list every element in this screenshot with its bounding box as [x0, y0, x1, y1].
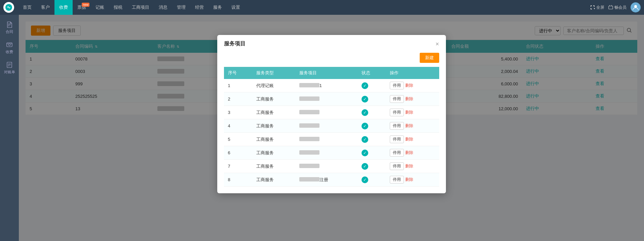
avatar[interactable]: [631, 2, 641, 12]
table-row: 5 工商服务 ✓ 停用删除: [224, 133, 439, 146]
stop-button[interactable]: 停用: [390, 109, 404, 116]
nav-service[interactable]: 服务: [209, 0, 227, 15]
delete-button[interactable]: 删除: [405, 163, 413, 169]
modal-cell-type: 工商服务: [252, 92, 295, 106]
status-check-icon: ✓: [362, 136, 368, 143]
modal-cell-item: [295, 160, 357, 173]
logo[interactable]: [3, 2, 14, 13]
nav-items: 首页 客户 收费 票据 new 记账 报税 工商项目 消息 管理 经营 服务 设…: [18, 0, 590, 15]
nav-economy[interactable]: 经营: [190, 0, 209, 15]
nav-settings[interactable]: 设置: [227, 0, 245, 15]
modal-toolbar: 新建: [217, 50, 446, 67]
nav-client[interactable]: 客户: [36, 0, 54, 15]
nav-business[interactable]: 工商项目: [127, 0, 154, 15]
modal-cell-seq: 3: [224, 106, 252, 119]
modal-cell-seq: 6: [224, 146, 252, 160]
stop-button[interactable]: 停用: [390, 95, 404, 103]
modal-col-status: 状态: [357, 67, 386, 79]
sidebar-item-statement[interactable]: 对账单: [1, 58, 18, 77]
modal-cell-seq: 8: [224, 173, 252, 187]
nav-home[interactable]: 首页: [18, 0, 36, 15]
nav-ticket[interactable]: 票据 new: [73, 0, 91, 15]
modal-cell-item: [295, 119, 357, 133]
stop-button[interactable]: 停用: [390, 176, 404, 184]
nav-tax[interactable]: 报税: [109, 0, 127, 15]
modal-cell-status: ✓: [357, 173, 386, 187]
svg-rect-6: [7, 43, 12, 47]
delete-button[interactable]: 删除: [405, 96, 413, 102]
status-check-icon: ✓: [362, 163, 368, 170]
modal-new-button[interactable]: 新建: [420, 53, 439, 63]
table-row: 4 工商服务 ✓ 停用删除: [224, 119, 439, 133]
modal-cell-item: 1: [295, 79, 357, 92]
statement-icon: [6, 61, 13, 69]
modal-cell-type: 工商服务: [252, 119, 295, 133]
stop-button[interactable]: 停用: [390, 122, 404, 130]
nav-manage[interactable]: 管理: [172, 0, 190, 15]
svg-point-2: [634, 5, 637, 8]
modal-col-type: 服务类型: [252, 67, 295, 79]
svg-point-7: [8, 44, 10, 46]
sidebar-item-contract[interactable]: 合同: [1, 18, 18, 37]
stop-button[interactable]: 停用: [390, 82, 404, 89]
sidebar-item-fee[interactable]: 收费: [1, 38, 18, 57]
modal-cell-seq: 1: [224, 79, 252, 92]
content-area: 新增 服务项目 进行中 已完成 全部: [19, 15, 644, 241]
fullscreen-button[interactable]: 全屏: [590, 5, 604, 10]
modal-cell-action: 停用删除: [386, 79, 439, 92]
status-check-icon: ✓: [362, 176, 368, 183]
status-check-icon: ✓: [362, 150, 368, 156]
stop-button[interactable]: 停用: [390, 149, 404, 157]
status-check-icon: ✓: [362, 82, 368, 89]
modal-col-action: 操作: [386, 67, 439, 79]
modal-cell-status: ✓: [357, 119, 386, 133]
modal-cell-type: 工商服务: [252, 106, 295, 119]
nav-fee[interactable]: 收费: [54, 0, 73, 15]
modal-cell-action: 停用删除: [386, 173, 439, 187]
member-button[interactable]: 畅会员: [608, 5, 627, 10]
svg-rect-1: [609, 6, 613, 9]
stop-button[interactable]: 停用: [390, 162, 404, 170]
main-layout: 合同 收费 对账单 新增 服务项目 进行中 已完成: [0, 15, 644, 241]
modal-cell-action: 停用删除: [386, 119, 439, 133]
fee-icon: [6, 41, 13, 48]
modal-cell-action: 停用删除: [386, 92, 439, 106]
status-check-icon: ✓: [362, 109, 368, 116]
modal-overlay: 服务项目 × 新建 序号 服务类型 服务项目 状态: [19, 15, 644, 241]
modal-col-seq: 序号: [224, 67, 252, 79]
modal-cell-status: ✓: [357, 146, 386, 160]
modal-cell-seq: 5: [224, 133, 252, 146]
nav-message[interactable]: 消息: [154, 0, 172, 15]
modal-cell-type: 工商服务: [252, 146, 295, 160]
delete-button[interactable]: 删除: [405, 150, 413, 156]
contract-icon: [6, 21, 13, 28]
top-nav-right: 全屏 畅会员: [590, 2, 641, 12]
modal-cell-action: 停用删除: [386, 133, 439, 146]
modal-col-item: 服务项目: [295, 67, 357, 79]
delete-button[interactable]: 删除: [405, 177, 413, 183]
new-badge: new: [82, 3, 89, 7]
modal-cell-type: 工商服务: [252, 160, 295, 173]
delete-button[interactable]: 删除: [405, 83, 413, 88]
modal-cell-item: [295, 133, 357, 146]
delete-button[interactable]: 删除: [405, 110, 413, 115]
modal-cell-seq: 7: [224, 160, 252, 173]
delete-button[interactable]: 删除: [405, 123, 413, 129]
table-row: 2 工商服务 ✓ 停用删除: [224, 92, 439, 106]
modal-cell-seq: 4: [224, 119, 252, 133]
modal-close-button[interactable]: ×: [435, 41, 439, 47]
service-item-table: 序号 服务类型 服务项目 状态 操作 1 代理记账 1 ✓ 停用删除: [224, 67, 439, 187]
table-row: 7 工商服务 ✓ 停用删除: [224, 160, 439, 173]
delete-button[interactable]: 删除: [405, 136, 413, 142]
nav-bookkeeping[interactable]: 记账: [91, 0, 109, 15]
modal-cell-status: ✓: [357, 92, 386, 106]
stop-button[interactable]: 停用: [390, 135, 404, 143]
modal-cell-item: [295, 146, 357, 160]
modal-cell-action: 停用删除: [386, 146, 439, 160]
modal-cell-type: 工商服务: [252, 133, 295, 146]
modal-header: 服务项目 ×: [217, 35, 446, 50]
modal-cell-status: ✓: [357, 160, 386, 173]
modal-cell-item: 注册: [295, 173, 357, 187]
modal-cell-status: ✓: [357, 133, 386, 146]
service-item-modal: 服务项目 × 新建 序号 服务类型 服务项目 状态: [217, 35, 446, 193]
